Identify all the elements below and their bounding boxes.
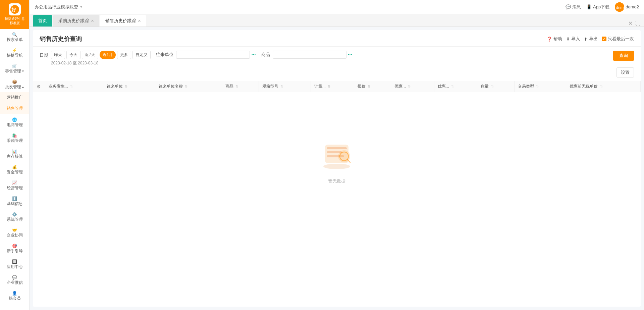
- system-icon: ⚙️: [12, 212, 17, 217]
- svg-rect-6: [327, 147, 347, 149]
- svg-point-4: [323, 164, 350, 169]
- sidebar-item-enterprise-collab[interactable]: 🤝 企业协同: [0, 224, 29, 240]
- filter-row2: 设置: [33, 67, 641, 81]
- partner-input[interactable]: [176, 51, 250, 59]
- workspace-selector[interactable]: 办公用品行业模拟账套 ▼: [35, 4, 83, 10]
- help-label: 帮助: [553, 36, 562, 42]
- date-btn-today[interactable]: 今天: [66, 51, 80, 59]
- setting-button[interactable]: 设置: [616, 67, 634, 78]
- tab-sales-history-close[interactable]: ✕: [138, 19, 141, 23]
- sidebar-item-label: 系统管理: [7, 217, 23, 222]
- sidebar-item-basics[interactable]: ℹ️ 基础信息: [0, 193, 29, 209]
- app-center-icon: 🔲: [12, 259, 17, 264]
- only-latest-label: 只看最后一次: [608, 36, 634, 42]
- empty-state: 暂无数据: [33, 92, 641, 226]
- logo-icon: 好: [9, 3, 21, 15]
- tab-purchase-history-close[interactable]: ✕: [91, 19, 94, 23]
- sidebar-item-member[interactable]: 👤 畅会员: [0, 288, 29, 303]
- sidebar-item-purchase[interactable]: 🛍️ 采购管理: [0, 130, 29, 146]
- query-button[interactable]: 查询: [613, 51, 634, 61]
- member-icon: 👤: [12, 291, 17, 296]
- partner-input-group: ···: [176, 51, 256, 59]
- search-icon: 🔍: [12, 32, 17, 37]
- table-header-row: ⚙ 业务发生... ⇅ 往来单位 ⇅ 往来单位名称: [33, 81, 641, 92]
- sort-discount1-icon: ⇅: [408, 85, 411, 88]
- th-product[interactable]: 商品 ⇅: [222, 81, 259, 92]
- message-button[interactable]: 💬 消息: [566, 4, 581, 10]
- th-no-tax-price[interactable]: 优惠前无税单价 ⇅: [566, 81, 641, 92]
- user-profile[interactable]: demo demo2: [615, 2, 639, 12]
- sidebar-item-newbie[interactable]: 🎯 新手引导: [0, 240, 29, 256]
- sort-spec-icon: ⇅: [280, 85, 283, 88]
- export-label: 导出: [589, 36, 598, 42]
- date-btn-custom[interactable]: 自定义: [132, 51, 151, 59]
- export-button[interactable]: ⬆ 导出: [584, 36, 598, 42]
- app-download-label: App下载: [593, 4, 609, 10]
- empty-text: 暂无数据: [328, 178, 345, 184]
- partner-picker-button[interactable]: ···: [251, 52, 256, 58]
- sidebar-item-wholesale[interactable]: 📦 批发管理▲: [0, 76, 29, 92]
- sort-product-icon: ⇅: [235, 85, 238, 88]
- window-controls: ✕ ⛶: [628, 20, 641, 27]
- th-partner-code-label: 往来单位: [107, 84, 123, 89]
- sidebar-item-operations[interactable]: 📈 经营管理: [0, 177, 29, 193]
- sidebar-item-inventory[interactable]: 📊 库存核算: [0, 146, 29, 161]
- sidebar-item-finance[interactable]: 💰 资金管理: [0, 161, 29, 177]
- sidebar-item-retail[interactable]: 🛒 零售管理▼: [0, 60, 29, 76]
- only-latest-checkbox[interactable]: ✓: [602, 37, 606, 41]
- sidebar-item-enterprise-wechat[interactable]: 💬 企业微信: [0, 272, 29, 288]
- product-filter-label: 商品: [261, 52, 270, 58]
- th-quantity[interactable]: 数量 ⇅: [477, 81, 514, 92]
- import-icon: ⬇: [566, 37, 570, 42]
- sidebar-item-label: 批发管理▲: [5, 84, 24, 90]
- th-quote[interactable]: 报价 ⇅: [354, 81, 391, 92]
- th-partner-code[interactable]: 往来单位 ⇅: [103, 81, 155, 92]
- enterprise-collab-icon: 🤝: [12, 228, 17, 232]
- sidebar-item-app-center[interactable]: 🔲 应用中心: [0, 256, 29, 272]
- product-picker-button[interactable]: ···: [348, 52, 352, 58]
- app-download-button[interactable]: 📱 App下载: [586, 4, 609, 10]
- sort-biz-date-icon: ⇅: [70, 85, 73, 88]
- main-area: 办公用品行业模拟账套 ▼ 💬 消息 📱 App下载 demo demo2: [30, 0, 644, 310]
- th-spec[interactable]: 规格型号 ⇅: [259, 81, 311, 92]
- sidebar-item-system[interactable]: ⚙️ 系统管理: [0, 209, 29, 224]
- export-icon: ⬆: [584, 37, 588, 42]
- th-discount2[interactable]: 优惠... ⇅: [434, 81, 477, 92]
- th-trade-type-label: 交易类型: [518, 84, 534, 89]
- tab-home[interactable]: 首页: [33, 15, 52, 27]
- tab-sales-history-label: 销售历史价跟踪: [105, 18, 136, 24]
- maximize-window-button[interactable]: ⛶: [635, 20, 641, 27]
- th-discount1[interactable]: 优惠... ⇅: [391, 81, 434, 92]
- date-btn-more[interactable]: 更多: [117, 51, 131, 59]
- product-input[interactable]: [273, 51, 346, 59]
- sidebar-item-label: 零售管理▼: [5, 68, 24, 74]
- logo-area[interactable]: 好 畅捷通好生意 标准版: [0, 0, 29, 29]
- sidebar-item-quick-nav[interactable]: ⚡ 快捷导航: [0, 45, 29, 60]
- only-latest-checkbox-label[interactable]: ✓ 只看最后一次: [602, 36, 634, 42]
- sidebar-item-label: 资金管理: [7, 169, 23, 175]
- sidebar-item-search[interactable]: 🔍 搜索菜单: [0, 29, 29, 45]
- close-window-button[interactable]: ✕: [628, 20, 633, 27]
- help-button[interactable]: ❓ 帮助: [547, 36, 562, 42]
- sidebar-item-marketing[interactable]: 营销推广: [0, 92, 29, 103]
- inventory-icon: 📊: [12, 149, 17, 154]
- th-unit[interactable]: 计量... ⇅: [311, 81, 354, 92]
- date-btn-7days[interactable]: 近7天: [82, 51, 98, 59]
- date-btn-yesterday[interactable]: 昨天: [51, 51, 65, 59]
- sort-partner-name-icon: ⇅: [185, 85, 187, 88]
- tab-purchase-history[interactable]: 采购历史价跟踪 ✕: [53, 15, 99, 27]
- page-title: 销售历史价查询: [40, 35, 82, 43]
- dropdown-chevron-icon: ▼: [79, 5, 83, 9]
- th-biz-date[interactable]: 业务发生... ⇅: [45, 81, 103, 92]
- sort-discount2-icon: ⇅: [451, 85, 454, 88]
- th-trade-type[interactable]: 交易类型 ⇅: [514, 81, 566, 92]
- th-partner-name[interactable]: 往来单位名称 ⇅: [155, 81, 222, 92]
- username: demo2: [626, 4, 639, 9]
- import-label: 导入: [571, 36, 580, 42]
- tab-sales-history[interactable]: 销售历史价跟踪 ✕: [100, 15, 146, 27]
- sidebar-item-sales-mgmt[interactable]: 销售管理: [0, 103, 29, 114]
- import-button[interactable]: ⬇ 导入: [566, 36, 580, 42]
- table-settings-icon[interactable]: ⚙: [37, 84, 41, 89]
- sidebar-item-ecommerce[interactable]: 🌐 电商管理: [0, 114, 29, 130]
- date-btn-1month[interactable]: 近1月: [100, 51, 116, 59]
